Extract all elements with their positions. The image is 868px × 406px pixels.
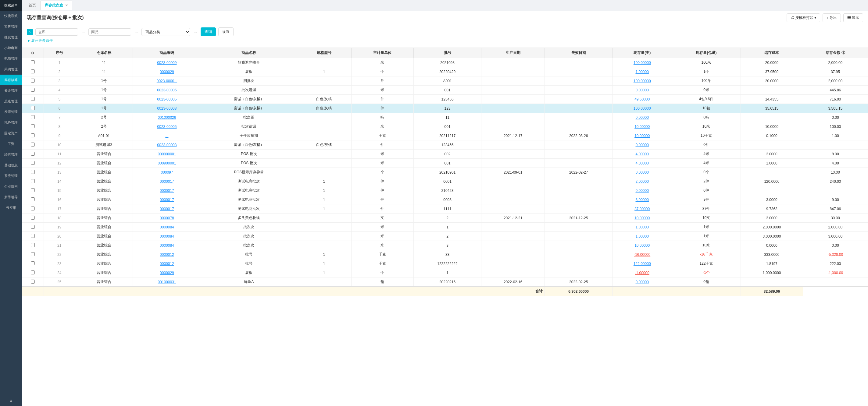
row-qty-main[interactable]: 0.00000: [613, 186, 672, 195]
row-qty-main[interactable]: 100.00000: [613, 58, 672, 67]
sidebar-item-basic-info[interactable]: 基础信息: [0, 160, 22, 171]
row-select[interactable]: [22, 186, 43, 195]
sidebar-item-ops[interactable]: 经营管理: [0, 149, 22, 160]
row-qty-main[interactable]: 10.00000: [613, 131, 672, 140]
row-select[interactable]: [22, 149, 43, 159]
expand-conditions-button[interactable]: ▼ 展开更多条件: [27, 38, 53, 43]
sidebar-item-invoice[interactable]: 发票管理: [0, 107, 22, 117]
sidebar-item-tax[interactable]: 税务管理: [0, 117, 22, 128]
row-checkbox[interactable]: [31, 142, 35, 146]
row-checkbox[interactable]: [31, 170, 35, 174]
row-select[interactable]: [22, 140, 43, 149]
row-checkbox[interactable]: [31, 179, 35, 183]
row-code[interactable]: 0023-0000...: [133, 76, 201, 86]
print-button[interactable]: 🖨 按模板打印 ▾: [786, 13, 820, 22]
row-select[interactable]: [22, 177, 43, 186]
row-qty-main[interactable]: 2.00000: [613, 177, 672, 186]
row-qty-main[interactable]: 0.00000: [613, 86, 672, 95]
sidebar-item-finance[interactable]: 资金管理: [0, 85, 22, 96]
row-select[interactable]: [22, 122, 43, 131]
row-qty-main[interactable]: 100.00000: [613, 76, 672, 86]
tab-inventory-batch[interactable]: 库存批次查 ✕: [40, 1, 72, 10]
row-qty-main[interactable]: 0.00000: [613, 140, 672, 149]
row-qty-main[interactable]: 4.00000: [613, 149, 672, 159]
row-select[interactable]: [22, 259, 43, 268]
row-code[interactable]: 0000084: [133, 241, 201, 250]
sidebar-item-collab[interactable]: 企业协同: [0, 181, 22, 192]
row-checkbox[interactable]: [31, 252, 35, 256]
search-button[interactable]: 查询: [200, 27, 216, 36]
row-code[interactable]: 0023-00005: [133, 95, 201, 104]
row-code[interactable]: 0000017: [133, 186, 201, 195]
row-code[interactable]: 0000078: [133, 213, 201, 223]
row-checkbox[interactable]: [31, 280, 35, 283]
sidebar-item-fixed-assets[interactable]: 固定资产: [0, 128, 22, 139]
row-select[interactable]: [22, 213, 43, 223]
row-code[interactable]: 001000031: [133, 277, 201, 287]
row-checkbox[interactable]: [31, 115, 35, 119]
row-qty-main[interactable]: 0.00000: [613, 168, 672, 177]
row-qty-main[interactable]: 100.00000: [613, 104, 672, 113]
row-checkbox[interactable]: [31, 216, 35, 219]
row-select[interactable]: [22, 58, 43, 67]
row-code[interactable]: 0000084: [133, 223, 201, 232]
row-checkbox[interactable]: [31, 197, 35, 201]
row-select[interactable]: [22, 195, 43, 204]
row-code[interactable]: 0000084: [133, 232, 201, 241]
row-code[interactable]: 000900001: [133, 159, 201, 168]
row-select[interactable]: [22, 223, 43, 232]
row-checkbox[interactable]: [31, 161, 35, 165]
row-select[interactable]: [22, 159, 43, 168]
row-code[interactable]: 0023-00005: [133, 122, 201, 131]
row-qty-main[interactable]: 10.00000: [613, 122, 672, 131]
row-code[interactable]: 0000017: [133, 177, 201, 186]
row-checkbox[interactable]: [31, 78, 35, 82]
row-qty-main[interactable]: 3.00000: [613, 195, 672, 204]
row-checkbox[interactable]: [31, 69, 35, 73]
sidebar-item-guide[interactable]: 新手引导: [0, 192, 22, 203]
tab-close-icon[interactable]: ✕: [65, 4, 68, 7]
row-select[interactable]: [22, 131, 43, 140]
row-select[interactable]: [22, 67, 43, 76]
row-select[interactable]: [22, 113, 43, 122]
sidebar-item-ecom[interactable]: 电商管理: [0, 53, 22, 64]
row-checkbox[interactable]: [31, 261, 35, 265]
row-qty-main[interactable]: 1.00000: [613, 223, 672, 232]
row-select[interactable]: [22, 268, 43, 277]
row-code[interactable]: 0000029: [133, 67, 201, 76]
row-qty-main[interactable]: 49.60000: [613, 95, 672, 104]
row-code[interactable]: 0023-00009: [133, 58, 201, 67]
sidebar-item-quick-nav[interactable]: 快捷导航: [0, 11, 22, 21]
sidebar-item-inventory[interactable]: 库存核算: [0, 75, 22, 85]
sidebar-item-retail[interactable]: 零售管理: [0, 21, 22, 32]
sidebar-item-small-ecom[interactable]: 小鲸电商: [0, 43, 22, 53]
row-qty-main[interactable]: 1.00000: [613, 232, 672, 241]
filter-arrow-button[interactable]: ›: [27, 29, 33, 35]
row-qty-main[interactable]: 4.00000: [613, 159, 672, 168]
row-select[interactable]: [22, 76, 43, 86]
row-checkbox[interactable]: [31, 133, 35, 137]
sidebar-item-wholesale[interactable]: 批发管理: [0, 32, 22, 43]
row-select[interactable]: [22, 241, 43, 250]
row-checkbox[interactable]: [31, 243, 35, 247]
warehouse-filter[interactable]: [35, 28, 78, 36]
row-code[interactable]: 000900001: [133, 149, 201, 159]
sidebar-item-cloud[interactable]: 云应用: [0, 203, 22, 213]
row-select[interactable]: [22, 277, 43, 287]
export-button[interactable]: ↑ 导出: [823, 13, 841, 22]
row-select[interactable]: [22, 232, 43, 241]
row-qty-main[interactable]: 10.00000: [613, 241, 672, 250]
row-checkbox[interactable]: [31, 124, 35, 128]
row-code[interactable]: 0023-00005: [133, 86, 201, 95]
row-code[interactable]: 001000026: [133, 113, 201, 122]
sidebar-logo[interactable]: 搜索菜单: [0, 0, 22, 11]
row-checkbox[interactable]: [31, 234, 35, 238]
row-select[interactable]: [22, 104, 43, 113]
sidebar-item-ledger[interactable]: 总账管理: [0, 96, 22, 107]
row-qty-main[interactable]: 0.00000: [613, 277, 672, 287]
settings-btn[interactable]: 设置: [218, 27, 234, 36]
row-select[interactable]: [22, 168, 43, 177]
row-checkbox[interactable]: [31, 270, 35, 274]
row-checkbox[interactable]: [31, 60, 35, 64]
row-checkbox[interactable]: [31, 225, 35, 229]
